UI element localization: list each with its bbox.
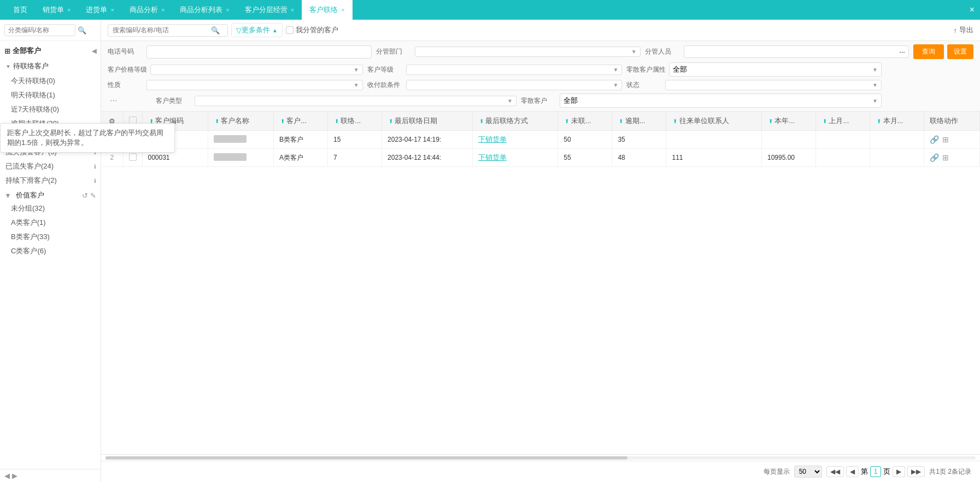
sidebar-search-input[interactable] — [4, 24, 75, 36]
filter-payment-select[interactable]: ▼ — [406, 80, 623, 90]
filter-phone-input[interactable] — [146, 45, 372, 59]
horizontal-scrollbar[interactable] — [101, 454, 980, 461]
col-this-month-header: ⬆ 本月... — [870, 112, 924, 131]
col-category-sort-icon[interactable]: ⬆ — [280, 118, 285, 124]
col-name-sort-icon[interactable]: ⬆ — [215, 118, 219, 124]
sidebar-all-customers[interactable]: ⊞ 全部客户 ◀ — [0, 43, 101, 59]
per-page-select[interactable]: 50 100 — [794, 466, 822, 478]
filter-search-input[interactable] — [113, 26, 211, 34]
col-contacts-header: ⬆ 往来单位联系人 — [666, 112, 762, 131]
filter-extended: 电话号码 分管部门 ▼ 分管人员 ··· — [101, 41, 980, 112]
filter-status-select[interactable]: ▼ — [665, 80, 882, 90]
prev-page-btn[interactable]: ◀ — [846, 466, 859, 477]
nav-customer-contact[interactable]: 客户联络 × — [302, 0, 352, 20]
filter-dept-select[interactable]: ▼ — [415, 47, 640, 57]
customer-name-blurred — [214, 153, 247, 161]
sidebar-search-icon[interactable]: 🔍 — [78, 26, 86, 34]
nav-sales-order[interactable]: 销货单 × — [35, 0, 78, 20]
sidebar-item-class-a[interactable]: A类客户(1) — [0, 216, 101, 230]
sidebar-right-arrow[interactable]: ▶ — [12, 472, 17, 480]
filter-nature-select[interactable]: ▼ — [146, 80, 363, 90]
col-overdue-sort-icon[interactable]: ⬆ — [619, 118, 623, 124]
sidebar-left-arrow[interactable]: ◀ — [4, 472, 10, 480]
filter-retail-customer-select[interactable]: 全部 ▼ — [560, 94, 882, 108]
sidebar-search-bar: 🔍 — [0, 20, 101, 41]
nav-product-analysis-list[interactable]: 商品分析列表 × — [172, 0, 237, 20]
filter-more-dots[interactable]: ··· — [108, 96, 119, 106]
col-last-contact-date-sort-icon[interactable]: ⬆ — [389, 118, 393, 124]
scrollbar-thumb[interactable] — [105, 456, 627, 460]
row-checkbox-1[interactable] — [129, 153, 137, 161]
close-purchase-order-icon[interactable]: × — [110, 7, 114, 13]
contact-action-icon[interactable]: 🔗 — [930, 153, 939, 162]
total-records-label: 共1页 2条记录 — [929, 467, 971, 477]
filter-manager-label: 分管人员 — [645, 47, 680, 56]
last-method-link[interactable]: 下销货单 — [478, 153, 507, 161]
filter-phone-label: 电话号码 — [108, 47, 143, 56]
sidebar-item-today-contact[interactable]: 今天待联络(0) — [0, 74, 101, 88]
sidebar-item-declining[interactable]: 持续下滑客户(2) ℹ — [0, 173, 101, 188]
last-page-btn[interactable]: ▶▶ — [907, 466, 925, 477]
col-this-year-sort-icon[interactable]: ⬆ — [768, 118, 773, 124]
next-page-btn[interactable]: ▶ — [893, 466, 905, 477]
sidebar-tree: ⊞ 全部客户 ◀ ▼ 待联络客户 今天待联络(0) 明天待联络(1) 近7天待联… — [0, 41, 101, 469]
last-method-link[interactable]: 下销货单 — [478, 135, 507, 143]
sidebar-item-7day-contact[interactable]: 近7天待联络(0) — [0, 102, 101, 117]
filter-retail-customer-label: 零散客户 — [521, 96, 556, 106]
nav-purchase-order[interactable]: 进货单 × — [78, 0, 121, 20]
filter-customer-grade-select[interactable]: ▼ — [406, 65, 623, 75]
col-contact-count-header: ⬆ 联络... — [328, 112, 382, 131]
close-customer-tiered-icon[interactable]: × — [291, 7, 294, 13]
export-btn[interactable]: ↑ 导出 — [954, 25, 974, 35]
col-this-month-sort-icon[interactable]: ⬆ — [877, 118, 881, 124]
col-last-month-sort-icon[interactable]: ⬆ — [823, 118, 827, 124]
filter-manager-select[interactable]: ··· — [684, 45, 909, 58]
nav-product-analysis[interactable]: 商品分析 × — [122, 0, 172, 20]
col-last-contact-method-sort-icon[interactable]: ⬆ — [479, 118, 484, 124]
more-action-icon[interactable]: ⊞ — [942, 135, 949, 144]
sidebar-item-tomorrow-contact[interactable]: 明天待联络(1) — [0, 88, 101, 102]
col-contact-count-sort-icon[interactable]: ⬆ — [335, 118, 339, 124]
contact-action-icon[interactable]: 🔗 — [930, 135, 939, 144]
more-action-icon[interactable]: ⊞ — [942, 153, 949, 162]
close-customer-contact-icon[interactable]: × — [341, 7, 344, 13]
col-last-contact-method-header: ⬆ 最后联络方式 — [472, 112, 558, 131]
row-last-month-cell — [816, 149, 870, 167]
close-sales-order-icon[interactable]: × — [67, 7, 71, 13]
sidebar-item-class-c[interactable]: C类客户(6) — [0, 244, 101, 258]
sidebar-collapse-icon[interactable]: ◀ — [92, 48, 96, 55]
sidebar-item-class-b[interactable]: B类客户(33) — [0, 230, 101, 244]
filter-search-icon[interactable]: 🔍 — [211, 26, 220, 34]
filter-customer-type-label: 客户类型 — [156, 96, 191, 106]
query-button[interactable]: 查询 — [913, 44, 944, 59]
row-this-year-cell — [761, 131, 815, 149]
row-contacts-cell: 111 — [666, 149, 762, 167]
row-action-icons: 🔗 ⊞ — [930, 135, 974, 144]
refresh-icon[interactable]: ↺ — [82, 191, 88, 200]
col-contacts-sort-icon[interactable]: ⬆ — [673, 118, 677, 124]
sidebar-group-waiting-contact[interactable]: ▼ 待联络客户 — [0, 59, 101, 74]
more-conditions-btn[interactable]: ▽ 更多条件 ▲ — [231, 23, 283, 37]
expand-value-group-icon: ▼ — [4, 191, 11, 200]
close-product-analysis-list-icon[interactable]: × — [226, 7, 229, 13]
col-this-year-header: ⬆ 本年... — [761, 112, 815, 131]
global-close-icon[interactable]: × — [970, 5, 975, 15]
edit-value-group-icon[interactable]: ✎ — [90, 191, 96, 200]
sidebar-item-churned[interactable]: 已流失客户(24) ℹ — [0, 159, 101, 173]
close-product-analysis-icon[interactable]: × — [161, 7, 165, 13]
filter-retail-attr-select[interactable]: 全部 ▼ — [669, 62, 882, 77]
col-no-contact-sort-icon[interactable]: ⬆ — [565, 118, 569, 124]
first-page-btn[interactable]: ◀◀ — [826, 466, 844, 477]
pagination-bar: 每页显示 50 100 ◀◀ ◀ 第 1 页 ▶ ▶▶ 共1页 2条记录 — [101, 461, 980, 482]
settings-button[interactable]: 设置 — [947, 44, 973, 59]
filter-price-grade-select[interactable]: ▼ — [150, 65, 363, 75]
row-last-method-cell: 下销货单 — [472, 149, 558, 167]
table-row: 2 000031 A类客户 7 2023-04-12 14:44: 下销货单 5… — [101, 149, 980, 167]
nav-home[interactable]: 首页 — [5, 0, 35, 20]
sidebar-item-unclassified[interactable]: 未分组(32) — [0, 201, 101, 216]
sidebar-value-group-header[interactable]: ▼ 价值客户 ↺ ✎ — [0, 188, 101, 201]
filter-customer-type-select[interactable]: ▼ — [195, 96, 517, 106]
row-name-cell — [208, 149, 273, 167]
my-customers-checkbox[interactable] — [286, 26, 294, 34]
nav-customer-tiered[interactable]: 客户分层经营 × — [237, 0, 302, 20]
